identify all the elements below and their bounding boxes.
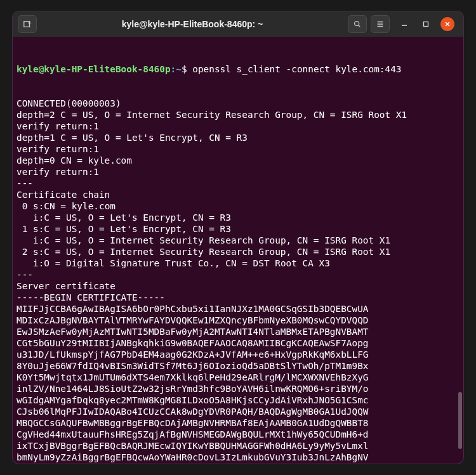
- output-line: MBQGCCsGAQUFBwMBBggrBgEFBQcDAjAMBgNVHRMB…: [17, 417, 459, 429]
- svg-rect-0: [24, 22, 30, 27]
- svg-rect-9: [424, 22, 428, 27]
- output-line: bmNyLm9yZzAiBggrBgEFBQcwAoYWaHR0cDovL3Iz…: [17, 452, 459, 463]
- output-line: HREEGjAYgghreWxlLmNvbYIMd3d3Lmt5bGUuY29t…: [17, 463, 459, 464]
- minimize-button[interactable]: [397, 17, 411, 31]
- output-line: depth=2 C = US, O = Internet Security Re…: [17, 109, 459, 120]
- output-line: MIIFJjCCBA6gAwIBAgISA6bOr0PhCxbu5xi1IanN…: [17, 303, 459, 315]
- output-line: CgVHed44mxUtauuFhsHREg5ZqjAfBgNVHSMEGDAW…: [17, 429, 459, 440]
- scrollbar-thumb[interactable]: [458, 392, 462, 449]
- svg-line-4: [359, 25, 360, 27]
- close-icon: [444, 21, 451, 27]
- output-line: CGt5bGUuY29tMIIBIjANBgkqhkiG9w0BAQEFAAOC…: [17, 337, 459, 349]
- output-line: Certificate chain: [17, 189, 459, 200]
- output-line: ---: [17, 178, 459, 189]
- menu-button[interactable]: [371, 15, 390, 33]
- window-controls: [393, 17, 458, 31]
- new-tab-button[interactable]: [18, 15, 37, 33]
- command-text: openssl s_client -connect kyle.com:443: [187, 64, 402, 74]
- prompt-colon: :: [171, 64, 176, 74]
- maximize-button[interactable]: [419, 17, 433, 31]
- output-line: Server certificate: [17, 280, 459, 292]
- output-line: verify return:1: [17, 120, 459, 132]
- output-line: 0 s:CN = kyle.com: [17, 200, 459, 212]
- window-title: kyle@kyle-HP-EliteBook-8460p: ~: [41, 19, 344, 29]
- terminal-window: kyle@kyle-HP-EliteBook-8460p: ~ kyle@kyl…: [13, 11, 463, 464]
- terminal-body[interactable]: kyle@kyle-HP-EliteBook-8460p:~$ openssl …: [13, 37, 463, 464]
- prompt-path: ~: [176, 64, 182, 74]
- output-line: 1 s:C = US, O = Let's Encrypt, CN = R3: [17, 223, 459, 235]
- output-line: CONNECTED(00000003): [17, 98, 459, 109]
- output-line: -----BEGIN CERTIFICATE-----: [17, 292, 459, 303]
- output-line: 2 s:C = US, O = Internet Security Resear…: [17, 246, 459, 257]
- search-button[interactable]: [348, 15, 367, 33]
- prompt-line: kyle@kyle-HP-EliteBook-8460p:~$ openssl …: [17, 63, 459, 75]
- output-line: i:O = Digital Signature Trust Co., CN = …: [17, 257, 459, 269]
- output-line: inlZV/Nne1464LJ8SioUtZ2w32jsRrYmd3hfc9Bo…: [17, 383, 459, 394]
- prompt-dollar: $: [182, 64, 187, 74]
- output-line: depth=0 CN = kyle.com: [17, 155, 459, 166]
- titlebar[interactable]: kyle@kyle-HP-EliteBook-8460p: ~: [13, 11, 463, 37]
- svg-point-3: [355, 22, 359, 26]
- output-line: verify return:1: [17, 166, 459, 178]
- output-line: u31JD/LfUkmspYjfAG7PbD4EM4aag0G2KDzA+JVf…: [17, 349, 459, 360]
- search-icon: [353, 20, 362, 29]
- minimize-icon: [401, 21, 407, 27]
- hamburger-icon: [376, 20, 385, 29]
- output-line: ---: [17, 269, 459, 280]
- output-line: EwJSMzAeFw0yMjAzMTIwNTI5MDBaFw0yMjA2MTAw…: [17, 326, 459, 337]
- output-line: CJsb06lMqPFJIwIDAQABo4ICUzCCAk8wDgYDVR0P…: [17, 406, 459, 417]
- output-line: 8Y0uJje66W7fdIQ4vBISm3WidTSf7Mt6Jj6OIozi…: [17, 360, 459, 372]
- output-line: i:C = US, O = Internet Security Research…: [17, 235, 459, 246]
- terminal-output: CONNECTED(00000003)depth=2 C = US, O = I…: [17, 98, 459, 464]
- output-line: K0Yt5Mwjtqtx1JmUTUm6dXTS4em7Xklkq6lPeHd2…: [17, 372, 459, 383]
- output-line: verify return:1: [17, 143, 459, 155]
- output-line: MDIxCzAJBgNVBAYTAlVTMRYwFAYDVQQKEw1MZXQn…: [17, 315, 459, 326]
- output-line: wGIdgAMYgafDqkq8yec2MTmW8KgMG8ILDxoO5A8H…: [17, 394, 459, 406]
- prompt-user-host: kyle@kyle-HP-EliteBook-8460p: [17, 64, 171, 74]
- output-line: ixTCxjBVBggrBgEFBQcBAQRJMEcwIQYIKwYBBQUH…: [17, 440, 459, 452]
- output-line: i:C = US, O = Let's Encrypt, CN = R3: [17, 212, 459, 223]
- close-button[interactable]: [440, 17, 454, 31]
- output-line: depth=1 C = US, O = Let's Encrypt, CN = …: [17, 132, 459, 143]
- maximize-icon: [423, 21, 429, 27]
- new-tab-icon: [23, 20, 32, 29]
